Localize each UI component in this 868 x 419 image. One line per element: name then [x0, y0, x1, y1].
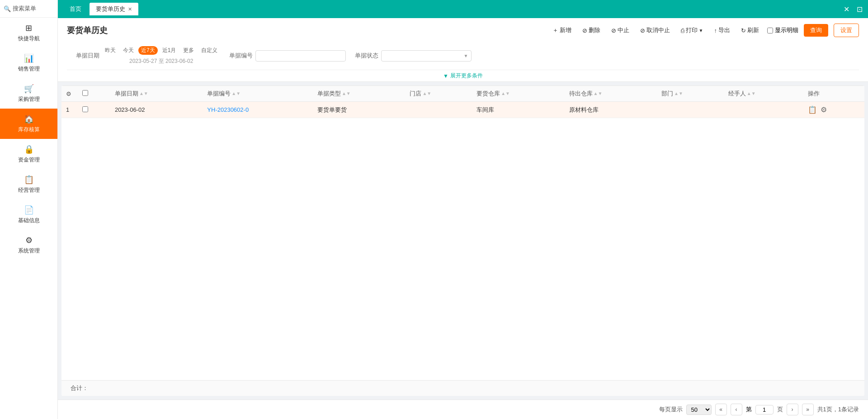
display-detail-checkbox[interactable]: [767, 28, 773, 33]
table-body: 1 2023-06-02 YH-20230602-0 要货单要货: [61, 102, 864, 118]
th-doc-type[interactable]: 单据类型 ▲▼: [313, 86, 405, 102]
page-header: 要货单历史 ＋ 新增 ⊘ 删除 ⊘ 中止 ⊘: [58, 18, 868, 82]
add-button[interactable]: ＋ 新增: [550, 24, 574, 36]
th-pending-warehouse[interactable]: 待出仓库 ▲▼: [565, 86, 657, 102]
sidebar-item-sales[interactable]: 📊 销售管理: [0, 48, 57, 78]
tab-home[interactable]: 首页: [63, 3, 88, 15]
table-settings-icon[interactable]: ⚙: [66, 90, 71, 97]
page-title-row: 要货单历史 ＋ 新增 ⊘ 删除 ⊘ 中止 ⊘: [67, 24, 859, 37]
sidebar-item-basic-info-label: 基础信息: [18, 217, 40, 224]
sidebar-item-quick-nav[interactable]: ⊞ 快捷导航: [0, 18, 57, 48]
sidebar-item-finance[interactable]: 🔒 资金管理: [0, 139, 57, 169]
doc-no-link[interactable]: YH-20230602-0: [207, 106, 249, 113]
date-btn-yesterday[interactable]: 昨天: [102, 46, 118, 55]
cancel-stop-button[interactable]: ⊘ 取消中止: [637, 24, 673, 36]
window-restore-icon[interactable]: ⊡: [857, 5, 863, 14]
row-edit-icon[interactable]: 📋: [808, 105, 817, 114]
th-settings: ⚙: [61, 86, 78, 102]
sort-doc-no-icon: ▲▼: [231, 91, 241, 96]
date-btn-1month[interactable]: 近1月: [160, 46, 179, 55]
export-button[interactable]: ↑ 导出: [712, 24, 733, 36]
settings-button[interactable]: 设置: [834, 24, 859, 37]
th-dept[interactable]: 部门 ▲▼: [657, 86, 724, 102]
display-detail-label: 显示明细: [775, 26, 798, 34]
pending-warehouse-value: 原材料仓库: [569, 106, 599, 113]
display-detail-checkbox-wrapper[interactable]: 显示明细: [767, 26, 798, 34]
row-more-icon[interactable]: ⚙: [821, 105, 827, 114]
cell-rownum: 1: [61, 102, 78, 118]
cell-actions: 📋 ⚙: [803, 102, 864, 118]
cell-pending-warehouse: 原材料仓库: [565, 102, 657, 118]
delete-icon: ⊘: [582, 27, 587, 34]
sidebar-item-finance-label: 资金管理: [18, 156, 40, 164]
doc-date-label: 单据日期: [76, 52, 99, 60]
tab-home-label: 首页: [70, 5, 81, 13]
doc-date-filter-group: 单据日期 昨天 今天 近7天 近1月 更多 自定义 2023-05-27 至 2…: [76, 46, 220, 65]
th-checkbox: [78, 86, 110, 102]
print-icon: ⎙: [681, 27, 684, 34]
sidebar-item-system[interactable]: ⚙ 系统管理: [0, 230, 57, 260]
query-button[interactable]: 查询: [804, 24, 828, 37]
search-menu-label: 搜索菜单: [13, 5, 36, 13]
data-table: ⚙ 单据日期 ▲▼ 单据编号: [61, 86, 864, 118]
stop-button[interactable]: ⊘ 中止: [609, 24, 632, 36]
sort-req-warehouse-icon: ▲▼: [501, 91, 510, 96]
date-btn-more[interactable]: 更多: [180, 46, 197, 55]
pagination-bar: 每页显示 50 10 20 100 « ‹ 第 页 › » 共1页，1条记录: [58, 400, 868, 419]
sort-doc-date-icon: ▲▼: [139, 91, 148, 96]
print-label: 打印: [686, 26, 698, 34]
expand-more-button[interactable]: ▼ 展开更多条件: [443, 72, 483, 80]
page-number-input[interactable]: [755, 405, 774, 414]
req-warehouse-value: 车间库: [476, 106, 494, 113]
delete-label: 删除: [589, 26, 600, 34]
select-all-checkbox[interactable]: [82, 90, 88, 96]
row-checkbox[interactable]: [82, 106, 88, 112]
date-btn-custom[interactable]: 自定义: [198, 46, 220, 55]
search-menu[interactable]: 🔍 搜索菜单: [0, 0, 57, 18]
date-btn-7days[interactable]: 近7天: [138, 46, 158, 55]
sidebar-item-system-label: 系统管理: [18, 247, 40, 255]
page-next-button[interactable]: ›: [787, 404, 798, 415]
th-store[interactable]: 门店 ▲▼: [405, 86, 472, 102]
sort-dept-icon: ▲▼: [674, 91, 683, 96]
add-icon: ＋: [552, 26, 558, 34]
tab-close-icon[interactable]: ✕: [128, 6, 132, 12]
page-prev-button[interactable]: ‹: [731, 404, 742, 415]
sidebar-item-operations-label: 经营管理: [18, 186, 40, 194]
page-label-before: 第: [746, 405, 752, 414]
basic-info-icon: 📄: [24, 205, 34, 215]
sidebar-item-basic-info[interactable]: 📄 基础信息: [0, 200, 57, 230]
th-doc-date[interactable]: 单据日期 ▲▼: [110, 86, 203, 102]
date-filters: 昨天 今天 近7天 近1月 更多 自定义 2023-05-27 至 2023-0…: [102, 46, 220, 65]
print-button[interactable]: ⎙ 打印 ▼: [678, 24, 706, 36]
sidebar-item-quick-nav-label: 快捷导航: [18, 35, 40, 43]
page-last-button[interactable]: »: [802, 404, 814, 415]
per-page-select[interactable]: 50 10 20 100: [686, 405, 712, 415]
tab-requisition-history[interactable]: 要货单历史 ✕: [90, 3, 138, 15]
th-doc-no[interactable]: 单据编号 ▲▼: [203, 86, 313, 102]
doc-type-value: 要货单要货: [317, 106, 347, 113]
window-close-icon[interactable]: ✕: [844, 5, 849, 14]
cell-handler: [724, 102, 803, 118]
main-area: 首页 要货单历史 ✕ ✕ ⊡ 要货单历史 ＋ 新增 ⊘: [58, 0, 868, 419]
th-req-warehouse[interactable]: 要货仓库 ▲▼: [472, 86, 564, 102]
sidebar-item-operations[interactable]: 📋 经营管理: [0, 169, 57, 200]
sidebar: 🔍 搜索菜单 ⊞ 快捷导航 📊 销售管理 🛒 采购管理 🏠 库存核算 🔒 资金管…: [0, 0, 58, 419]
doc-no-input[interactable]: [255, 50, 346, 62]
system-icon: ⚙: [25, 235, 33, 245]
doc-status-select-wrapper: [381, 50, 472, 62]
filter-bar: 单据日期 昨天 今天 近7天 近1月 更多 自定义 2023-05-27 至 2…: [67, 42, 859, 70]
th-handler[interactable]: 经手人 ▲▼: [724, 86, 803, 102]
date-btn-today[interactable]: 今天: [120, 46, 137, 55]
cell-dept: [657, 102, 724, 118]
sidebar-item-purchase[interactable]: 🛒 采购管理: [0, 78, 57, 109]
sidebar-item-inventory[interactable]: 🏠 库存核算: [0, 109, 57, 139]
doc-status-select[interactable]: [381, 50, 472, 62]
refresh-button[interactable]: ↻ 刷新: [738, 24, 762, 36]
cell-req-warehouse: 车间库: [472, 102, 564, 118]
delete-button[interactable]: ⊘ 删除: [580, 24, 603, 36]
stop-label: 中止: [618, 26, 629, 34]
page-first-button[interactable]: «: [715, 404, 727, 415]
expand-more-bar: ▼ 展开更多条件: [67, 70, 859, 81]
expand-more-icon: ▼: [443, 73, 448, 79]
